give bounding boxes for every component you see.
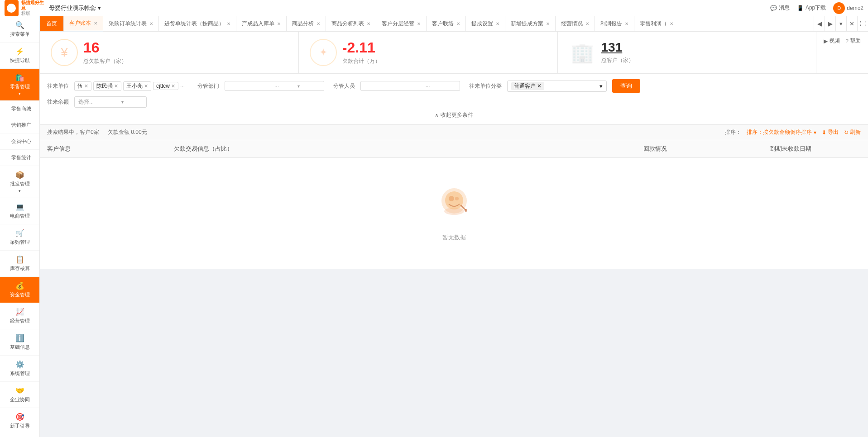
sidebar-item-purchase[interactable]: 🛒 采购管理: [0, 224, 39, 251]
sidebar-item-operations[interactable]: 📈 经营管理: [0, 303, 39, 329]
sidebar-label-quick: 快捷导航: [10, 57, 30, 64]
help-icon: ?: [845, 38, 849, 44]
video-link[interactable]: ▶ 视频: [824, 37, 840, 45]
sidebar-item-retail-stats[interactable]: 零售统计: [0, 150, 39, 166]
tab-customer-contact-label: 客户联络: [432, 20, 454, 28]
sidebar-item-system[interactable]: ⚙️ 系统管理: [0, 356, 39, 382]
refresh-button[interactable]: ↻ 刷新: [844, 128, 861, 136]
sidebar-item-search[interactable]: 🔍 搜索菜单: [0, 16, 39, 43]
tab-next-button[interactable]: ▶: [825, 16, 835, 32]
tab-profit-report[interactable]: 利润报告 ✕: [595, 16, 634, 32]
sidebar-item-appstore[interactable]: 📱 应用中心: [0, 434, 39, 437]
tab-retail-profit[interactable]: 零售利润（ ✕: [634, 16, 679, 32]
tab-goods-analysis[interactable]: 商品分析 ✕: [287, 16, 326, 32]
tab-close-new-commission[interactable]: ✕: [546, 21, 550, 26]
tab-close-retail-profit[interactable]: ✕: [670, 21, 673, 26]
sidebar-item-guide[interactable]: 🎯 新手引导: [0, 408, 39, 434]
chevron-icon-retail: ▾: [19, 91, 21, 96]
tab-close-inbound[interactable]: ✕: [227, 21, 230, 26]
sidebar-item-retail[interactable]: 🛍️ 零售管理 ▾: [0, 69, 39, 101]
filter-more-btn[interactable]: ···: [180, 83, 185, 89]
query-button[interactable]: 查询: [612, 79, 640, 93]
tab-inbound-stats[interactable]: 进货单统计表（按商品） ✕: [159, 16, 236, 32]
tab-maximize-button[interactable]: ⛶: [857, 16, 868, 32]
tab-close-commission[interactable]: ✕: [496, 21, 499, 26]
sidebar-item-ecommerce[interactable]: 💻 电商管理: [0, 198, 39, 224]
tab-close-all-button[interactable]: ✕: [846, 16, 857, 32]
tab-operations[interactable]: 经营情况 ✕: [556, 16, 595, 32]
filter-dept-select[interactable]: ··· ▾: [225, 81, 324, 91]
tab-close-contact[interactable]: ✕: [456, 21, 460, 26]
sidebar-item-quick-nav[interactable]: ⚡ 快捷导航: [0, 43, 39, 69]
dept-arrow-icon: ▾: [297, 84, 321, 89]
sort-select[interactable]: 排序：按欠款金额倒序排序 ▾: [747, 128, 816, 136]
filter-tag-chen: 陈民强 ✕: [93, 81, 121, 91]
message-label: 消息: [779, 4, 790, 12]
sidebar-item-member[interactable]: 会员中心: [0, 133, 39, 150]
tab-close-product[interactable]: ✕: [277, 21, 281, 26]
sidebar-item-wholesale[interactable]: 📦 批发管理 ▾: [0, 166, 39, 198]
sidebar-item-basic-info[interactable]: ℹ️ 基础信息: [0, 329, 39, 356]
retail-icon: 🛍️: [15, 73, 24, 82]
remove-class-tag[interactable]: ✕: [537, 83, 542, 89]
logo-subtitle: 标版: [21, 11, 44, 16]
stat-card-customers: ¥ 16 总欠款客户（家）: [40, 32, 299, 73]
tab-commission-settings[interactable]: 提成设置 ✕: [466, 16, 505, 32]
filter-row-1: 往来单位 伍 ✕ 陈民强 ✕: [47, 79, 861, 93]
tab-purchase-stats-label: 采购订单统计表: [109, 20, 147, 28]
tab-goods-list[interactable]: 商品分析列表 ✕: [326, 16, 376, 32]
tab-close-operations[interactable]: ✕: [585, 21, 589, 26]
tab-close-purchase[interactable]: ✕: [149, 21, 153, 26]
tab-new-commission[interactable]: 新增提成方案 ✕: [505, 16, 556, 32]
message-button[interactable]: 💬 消息: [770, 4, 790, 12]
filter-class-select[interactable]: 普通客户 ✕ ▾: [507, 81, 607, 92]
quick-nav-icon: ⚡: [15, 47, 24, 56]
tab-close-goods[interactable]: ✕: [317, 21, 320, 26]
sidebar-item-inventory[interactable]: 📋 库存核算: [0, 251, 39, 277]
tab-customer-ledger[interactable]: 客户账本 ✕: [64, 16, 103, 32]
app-download-button[interactable]: 📱 App下载: [797, 4, 826, 12]
tab-new-commission-label: 新增提成方案: [511, 20, 543, 28]
sidebar-item-finance[interactable]: 💰 资金管理: [0, 277, 39, 303]
remove-tag-wang[interactable]: ✕: [144, 83, 148, 89]
sort-arrow-icon: ▾: [814, 129, 816, 136]
sidebar-item-retail-mall[interactable]: 零售商城: [0, 101, 39, 117]
tab-home[interactable]: 首页: [40, 16, 64, 32]
tab-product-inbound[interactable]: 产成品入库单 ✕: [236, 16, 287, 32]
chevron-down-icon: ▾: [98, 5, 101, 11]
collapse-button[interactable]: ∧ 收起更多条件: [47, 111, 861, 119]
account-selector[interactable]: 母婴行业演示帐套 ▾: [44, 4, 106, 12]
sidebar-label-retail: 零售管理: [10, 83, 30, 90]
filter-balance-select[interactable]: 选择... ▾: [74, 96, 147, 108]
filter-tags-unit: 伍 ✕ 陈民强 ✕ 王小亮 ✕: [74, 81, 185, 91]
empty-state: 暂无数据: [40, 158, 868, 269]
tab-goods-list-label: 商品分析列表: [331, 20, 364, 28]
filter-person-select[interactable]: ···: [360, 81, 460, 91]
operations-icon: 📈: [15, 308, 24, 316]
sidebar-item-marketing[interactable]: 营销推广: [0, 117, 39, 133]
sidebar-label-search: 搜索菜单: [10, 31, 30, 38]
logo-title: 畅捷通好生意: [21, 0, 44, 11]
tab-close-layer[interactable]: ✕: [417, 21, 421, 26]
remove-tag-cj[interactable]: ✕: [171, 83, 175, 89]
tab-customer-ledger-label: 客户账本: [69, 19, 91, 27]
help-link[interactable]: ? 帮助: [845, 37, 861, 45]
table-col-customers: 客户信息: [47, 145, 174, 153]
tab-close-customer-ledger[interactable]: ✕: [94, 21, 97, 26]
tab-customer-contact[interactable]: 客户联络 ✕: [427, 16, 466, 32]
tab-customer-layer[interactable]: 客户分层经营 ✕: [376, 16, 427, 32]
tab-prev-button[interactable]: ◀: [814, 16, 825, 32]
tab-menu-button[interactable]: ▾: [835, 16, 846, 32]
empty-text: 暂无数据: [442, 233, 466, 242]
class-arrow-icon: ▾: [599, 83, 603, 90]
export-button[interactable]: ⬇ 导出: [822, 128, 839, 136]
tab-purchase-stats[interactable]: 采购订单统计表 ✕: [103, 16, 159, 32]
sort-value: 排序：按欠款金额倒序排序: [747, 128, 812, 136]
user-menu[interactable]: D demo2: [833, 2, 863, 14]
remove-tag-chen[interactable]: ✕: [114, 83, 118, 89]
remove-tag-wu[interactable]: ✕: [84, 83, 88, 89]
wholesale-label: 批发管理: [10, 180, 30, 187]
sidebar-item-collab[interactable]: 🤝 企业协同: [0, 382, 39, 408]
tab-close-profit[interactable]: ✕: [625, 21, 628, 26]
tab-close-goods-list[interactable]: ✕: [367, 21, 370, 26]
